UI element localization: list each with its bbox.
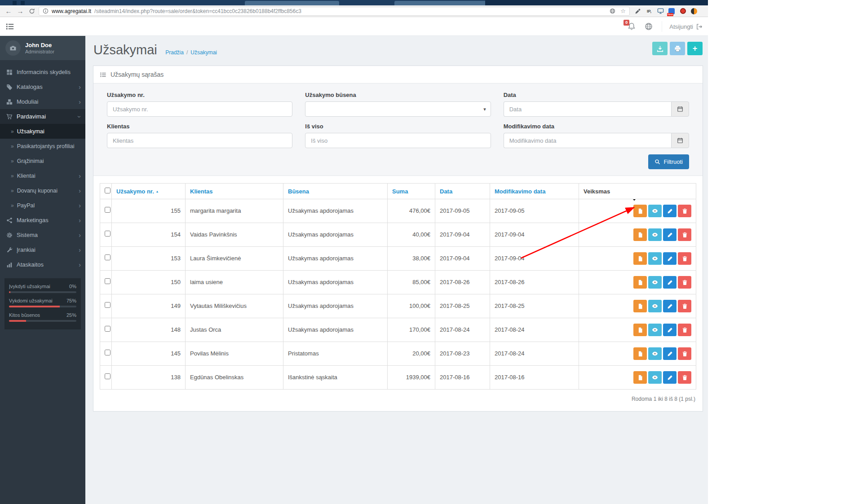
delete-button[interactable] <box>678 371 691 384</box>
edit-button[interactable] <box>663 228 677 241</box>
delete-button[interactable] <box>678 205 691 217</box>
invoice-pdf-button[interactable] <box>633 324 647 336</box>
browser-tab[interactable] <box>245 1 339 5</box>
duo-extension-icon[interactable] <box>690 8 698 15</box>
screen-capture-extension-icon[interactable] <box>657 8 664 15</box>
forward-button[interactable]: → <box>15 6 25 16</box>
sidebar-item-ataskaitos[interactable]: Ataskaitos › <box>0 257 85 272</box>
browser-menu-icon[interactable] <box>21 1 25 5</box>
translate-icon[interactable] <box>610 8 615 14</box>
sidebar-item-uzsakymai[interactable]: » Užsakymai <box>0 124 85 139</box>
sort-date-link[interactable]: Data <box>440 188 452 195</box>
edit-button[interactable] <box>663 347 677 360</box>
order-status-select[interactable]: ▾ <box>305 101 491 117</box>
view-button[interactable] <box>648 228 662 241</box>
sidebar-item-sistema[interactable]: Sistema › <box>0 228 85 242</box>
storefront-globe-icon[interactable] <box>645 22 653 31</box>
filter-button[interactable]: Filtruoti <box>648 154 689 169</box>
sort-total-link[interactable]: Suma <box>392 188 408 195</box>
sort-status-link[interactable]: Būsena <box>288 188 309 195</box>
delete-button[interactable] <box>678 324 691 336</box>
browser-tab[interactable] <box>394 1 486 5</box>
eye-icon <box>652 279 658 285</box>
breadcrumb-home-link[interactable]: Pradžia <box>165 49 184 56</box>
view-button[interactable] <box>648 276 662 289</box>
modified-date-input[interactable] <box>504 133 671 148</box>
delete-button[interactable] <box>678 228 691 241</box>
breadcrumb-current-link[interactable]: Užsakymai <box>190 49 217 56</box>
edit-button[interactable] <box>663 324 677 336</box>
delete-button[interactable] <box>678 347 691 360</box>
sidebar-item-moduliai[interactable]: Moduliai › <box>0 94 85 109</box>
row-checkbox[interactable] <box>105 207 111 213</box>
invoice-pdf-button[interactable] <box>633 347 647 360</box>
total-input[interactable] <box>305 133 491 148</box>
delete-button[interactable] <box>678 300 691 312</box>
select-all-checkbox[interactable] <box>105 188 111 193</box>
row-checkbox[interactable] <box>105 231 111 237</box>
bookmark-star-icon[interactable]: ☆ <box>620 8 626 14</box>
eyedropper-extension-icon[interactable] <box>634 8 641 15</box>
sidebar-item-marketingas[interactable]: Marketingas › <box>0 213 85 228</box>
sidebar-item-dovanu-kuponai[interactable]: » Dovanų kuponai › <box>0 183 85 198</box>
export-button[interactable] <box>652 42 668 55</box>
sidebar-item-pasikartojantys-profiliai[interactable]: » Pasikartojantys profiliai <box>0 139 85 153</box>
browser-menu-icon[interactable] <box>13 1 17 5</box>
filter-label: Klientas <box>107 123 292 130</box>
sidebar-item-pardavimai[interactable]: Pardavimai › <box>0 109 85 124</box>
edit-button[interactable] <box>663 205 677 217</box>
sidebar-item-dashboard[interactable]: Informacinis skydelis <box>0 65 85 79</box>
date-input[interactable] <box>504 101 671 117</box>
invoice-pdf-button[interactable] <box>633 276 647 289</box>
view-button[interactable] <box>648 205 662 217</box>
edit-button[interactable] <box>663 300 677 312</box>
sidebar-item-grazinimai[interactable]: » Grąžinimai <box>0 153 85 168</box>
orders-panel: Užsakymų sąrašas Užsakymo nr. Užsakymo b… <box>93 66 703 412</box>
sidebar-item-paypal[interactable]: » PayPal › <box>0 198 85 213</box>
row-checkbox[interactable] <box>105 278 111 284</box>
view-button[interactable] <box>648 371 662 384</box>
avatar[interactable] <box>5 40 21 56</box>
notifications-button[interactable]: 0 <box>628 22 636 31</box>
edit-button[interactable] <box>663 371 677 384</box>
add-order-button[interactable]: + <box>687 42 703 55</box>
invoice-pdf-button[interactable] <box>633 228 647 241</box>
url-bar[interactable]: www.agregatai.lt /siteadmin14/index.php?… <box>39 7 630 16</box>
date-picker-button[interactable] <box>671 101 689 117</box>
view-button[interactable] <box>648 300 662 312</box>
new-badge-extension-icon[interactable]: New <box>668 8 675 15</box>
sort-customer-link[interactable]: Klientas <box>190 188 213 195</box>
sidebar-item-klientai[interactable]: » Klientai › <box>0 168 85 183</box>
sort-modified-link[interactable]: Modifikavimo data <box>495 188 545 195</box>
row-checkbox[interactable] <box>105 254 111 260</box>
edit-button[interactable] <box>663 252 677 265</box>
sidebar-item-katalogas[interactable]: Katalogas › <box>0 79 85 94</box>
sort-order-nr-link[interactable]: Užsakymo nr. <box>116 188 154 195</box>
page-info-icon[interactable] <box>43 8 49 14</box>
invoice-pdf-button[interactable] <box>633 300 647 312</box>
invoice-pdf-button[interactable] <box>633 252 647 265</box>
view-button[interactable] <box>648 324 662 336</box>
ip-extension-icon[interactable]: IP, <box>646 8 653 15</box>
back-button[interactable]: ← <box>4 6 13 16</box>
modified-date-picker-button[interactable] <box>671 133 689 148</box>
refresh-button[interactable] <box>27 6 37 16</box>
row-checkbox[interactable] <box>105 326 111 332</box>
sidebar-item-irankiai[interactable]: Įrankiai › <box>0 242 85 257</box>
logout-button[interactable]: Atsijungti <box>662 21 703 32</box>
delete-button[interactable] <box>678 252 691 265</box>
record-extension-icon[interactable] <box>679 8 686 15</box>
invoice-pdf-button[interactable] <box>633 205 647 217</box>
row-checkbox[interactable] <box>105 350 111 355</box>
sidebar-toggle-icon[interactable] <box>5 22 14 31</box>
print-button[interactable] <box>670 42 685 55</box>
order-nr-input[interactable] <box>107 101 292 117</box>
view-button[interactable] <box>648 252 662 265</box>
invoice-pdf-button[interactable] <box>633 371 647 384</box>
row-checkbox[interactable] <box>105 302 111 308</box>
customer-input[interactable] <box>107 133 292 148</box>
edit-button[interactable] <box>663 276 677 289</box>
row-checkbox[interactable] <box>105 373 111 379</box>
delete-button[interactable] <box>678 276 691 289</box>
view-button[interactable] <box>648 347 662 360</box>
